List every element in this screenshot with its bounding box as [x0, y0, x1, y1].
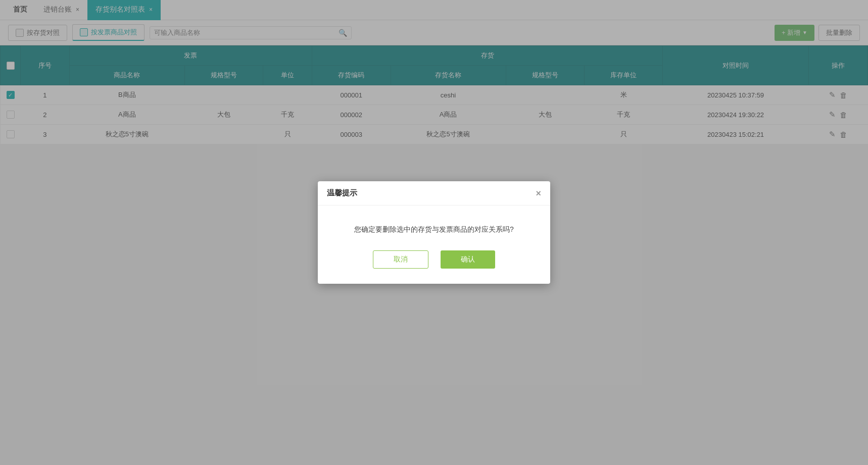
dialog-overlay: 温馨提示 × 您确定要删除选中的存货与发票商品的对应关系吗? 取消 确认: [0, 0, 868, 144]
